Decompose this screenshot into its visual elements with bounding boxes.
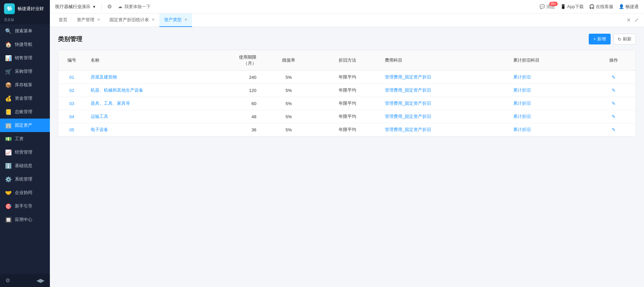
table-row: 05电子设备365%年限平均管理费用_固定资产折旧累计折旧✎ xyxy=(58,123,636,136)
topbar-divider xyxy=(101,4,102,10)
cell-4-1: 电子设备 xyxy=(85,123,228,136)
sidebar-item-label: 销售管理 xyxy=(15,55,32,61)
cell-1-0: 02 xyxy=(58,84,85,97)
col-header-2: 使用期限（月） xyxy=(228,50,262,71)
expand-btn[interactable]: ⤢ xyxy=(633,17,640,23)
sidebar-item-label: 基础信息 xyxy=(15,163,32,169)
close-tab-btn[interactable]: ✕ xyxy=(624,17,633,23)
cell-0-7: ✎ xyxy=(591,71,636,84)
payroll-icon: 💵 xyxy=(5,136,11,142)
sidebar-item-guide[interactable]: 🎯 新手引导 xyxy=(0,199,50,213)
sidebar-item-quick-nav[interactable]: 🏠 快捷导航 xyxy=(0,38,50,51)
customer-service-btn[interactable]: 🎧 在线客服 xyxy=(589,4,613,10)
topbar-right: 💬 消息 99+ 📱 App下载 🎧 在线客服 👤 畅捷通 xyxy=(540,4,639,10)
cell-0-1: 房屋及建筑物 xyxy=(85,71,228,84)
refresh-label: 刷新 xyxy=(623,36,632,42)
app-download-label: App下载 xyxy=(567,4,584,10)
cell-2-0: 03 xyxy=(58,97,85,110)
purchase-icon: 🛒 xyxy=(5,68,11,74)
app-logo-icon: 畅 xyxy=(4,3,15,14)
workspace-selector[interactable]: 医疗器械行业演示 ▼ xyxy=(55,4,96,10)
tab-close-icon[interactable]: ✕ xyxy=(152,18,155,22)
tab-label: 资产类型 xyxy=(164,17,182,23)
sidebar-item-system[interactable]: ⚙️ 系统管理 xyxy=(0,172,50,186)
experience-btn[interactable]: ☁ 我要体验一下 xyxy=(115,3,153,10)
settings-icon[interactable]: ⚙ xyxy=(5,277,10,284)
service-icon: 🎧 xyxy=(589,4,594,9)
cell-4-2: 36 xyxy=(228,123,262,136)
sidebar-item-enterprise[interactable]: 🤝 企业协同 xyxy=(0,186,50,199)
cell-4-6: 累计折旧 xyxy=(508,123,591,136)
cell-0-3: 5% xyxy=(262,71,316,84)
tab-close-icon[interactable]: ✕ xyxy=(184,18,187,22)
page-content: 类别管理 + 新增 ↻ 刷新 编号名称使用期限（月）残值率折旧方法费用科目累计折… xyxy=(50,27,644,287)
cell-2-4: 年限平均 xyxy=(316,97,379,110)
sidebar-item-label: 工资 xyxy=(15,136,24,142)
workspace-settings-icon[interactable]: ⚙ xyxy=(107,3,112,10)
message-icon: 💬 xyxy=(540,4,545,9)
app-download-btn[interactable]: 📱 App下载 xyxy=(560,4,584,10)
cell-1-4: 年限平均 xyxy=(316,84,379,97)
cell-1-2: 120 xyxy=(228,84,262,97)
operations-icon: 📈 xyxy=(5,149,11,155)
tab-label: 固定资产折旧统计表 xyxy=(110,17,149,23)
sidebar-item-label: 搜索菜单 xyxy=(15,28,32,34)
message-badge: 99+ xyxy=(549,2,558,6)
sidebar-item-ledger[interactable]: 📒 总账管理 xyxy=(0,105,50,119)
tab-close-icon[interactable]: ✕ xyxy=(97,18,100,22)
refresh-button[interactable]: ↻ 刷新 xyxy=(613,34,636,44)
cell-3-0: 04 xyxy=(58,110,85,123)
sidebar-item-fixed-assets[interactable]: 🏢 固定资产 xyxy=(0,119,50,132)
main-content: 医疗器械行业演示 ▼ ⚙ ☁ 我要体验一下 💬 消息 99+ 📱 App下载 🎧… xyxy=(50,0,644,287)
sidebar-item-label: 经营管理 xyxy=(15,149,32,155)
cell-1-5: 管理费用_固定资产折旧 xyxy=(379,84,508,97)
cell-1-1: 机器、机械和其他生产设备 xyxy=(85,84,228,97)
tab-资产类型[interactable]: 资产类型✕ xyxy=(159,13,192,27)
enterprise-icon: 🤝 xyxy=(5,190,11,196)
cell-3-5: 管理费用_固定资产折旧 xyxy=(379,110,508,123)
sidebar-item-inventory[interactable]: 📦 库存核算 xyxy=(0,78,50,92)
sidebar-item-sales[interactable]: 📊 销售管理 xyxy=(0,51,50,65)
edit-icon[interactable]: ✎ xyxy=(612,101,616,106)
cell-3-3: 5% xyxy=(262,110,316,123)
edit-icon[interactable]: ✎ xyxy=(612,114,616,119)
guide-icon: 🎯 xyxy=(5,203,11,209)
collapse-icon[interactable]: ◀▶ xyxy=(36,277,44,284)
cell-1-6: 累计折旧 xyxy=(508,84,591,97)
new-button[interactable]: + 新增 xyxy=(589,34,611,44)
cell-3-2: 48 xyxy=(228,110,262,123)
col-header-4: 折旧方法 xyxy=(316,50,379,71)
sidebar-item-app-center[interactable]: 🔲 应用中心 xyxy=(0,213,50,226)
tab-首页[interactable]: 首页 xyxy=(54,13,72,27)
tab-label: 首页 xyxy=(59,17,67,23)
sidebar-item-payroll[interactable]: 💵 工资 xyxy=(0,132,50,146)
sidebar-logo: 畅 畅捷通好业财 xyxy=(0,0,50,17)
edit-icon[interactable]: ✎ xyxy=(612,74,616,80)
sidebar-item-search[interactable]: 🔍 搜索菜单 xyxy=(0,24,50,38)
col-header-1: 名称 xyxy=(85,50,228,71)
user-btn[interactable]: 👤 畅捷通 xyxy=(619,4,639,10)
cell-4-4: 年限平均 xyxy=(316,123,379,136)
chevron-down-icon: ▼ xyxy=(92,5,96,9)
cell-0-2: 240 xyxy=(228,71,262,84)
system-icon: ⚙️ xyxy=(5,176,11,182)
sidebar-item-operations[interactable]: 📈 经营管理 xyxy=(0,146,50,159)
sidebar-item-funds[interactable]: 💰 资金管理 xyxy=(0,92,50,105)
cell-0-6: 累计折旧 xyxy=(508,71,591,84)
cell-4-0: 05 xyxy=(58,123,85,136)
sidebar-item-label: 新手引导 xyxy=(15,203,32,209)
sidebar-item-purchase[interactable]: 🛒 采购管理 xyxy=(0,65,50,78)
edit-icon[interactable]: ✎ xyxy=(612,127,616,132)
message-btn[interactable]: 💬 消息 99+ xyxy=(540,4,555,10)
table-header: 编号名称使用期限（月）残值率折旧方法费用科目累计折旧科目操作 xyxy=(58,50,636,71)
tab-固定资产折旧统计表[interactable]: 固定资产折旧统计表✕ xyxy=(105,13,159,27)
col-header-0: 编号 xyxy=(58,50,85,71)
cloud-icon: ☁ xyxy=(118,4,122,9)
ledger-icon: 📒 xyxy=(5,109,11,115)
app-version: 普及版 xyxy=(0,17,50,24)
tab-资产管理[interactable]: 资产管理✕ xyxy=(72,13,105,27)
edit-icon[interactable]: ✎ xyxy=(612,88,616,93)
table-row: 04运输工具485%年限平均管理费用_固定资产折旧累计折旧✎ xyxy=(58,110,636,123)
user-icon: 👤 xyxy=(619,4,624,9)
sidebar-item-basic-info[interactable]: ℹ️ 基础信息 xyxy=(0,159,50,172)
